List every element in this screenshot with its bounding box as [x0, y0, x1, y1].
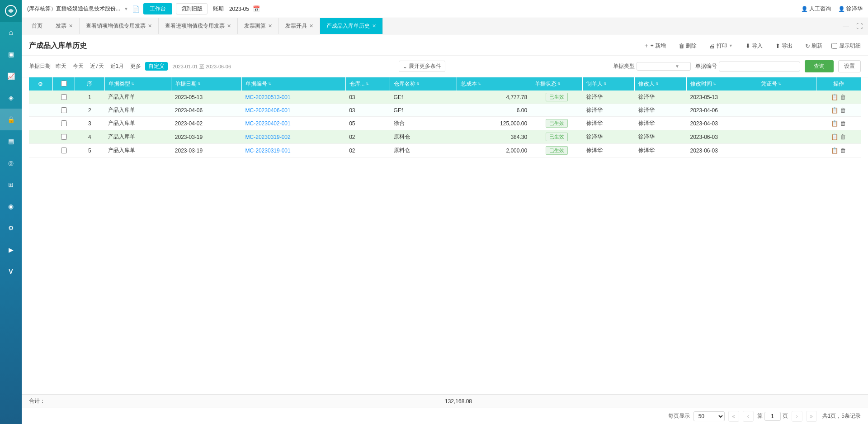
row-code-link[interactable]: MC-20230319-001 — [245, 148, 291, 154]
show-detail-toggle[interactable]: 显示明细 — [831, 42, 861, 50]
row-checkbox[interactable] — [61, 94, 67, 100]
sidebar-item-module6[interactable]: ◉ — [0, 195, 22, 217]
date-custom-tag[interactable]: 自定义 — [145, 62, 168, 71]
row-code-link[interactable]: MC-20230513-001 — [245, 94, 291, 100]
th-cost[interactable]: 总成本⇅ — [457, 77, 531, 91]
tab-sales-vat[interactable]: 查看销项增值税专用发票 ✕ — [80, 18, 159, 34]
row-code[interactable]: MC-20230513-001 — [242, 91, 346, 104]
workbench-button[interactable]: 工作台 — [143, 3, 172, 14]
page-number-input[interactable] — [764, 412, 781, 421]
tab-purchase-vat[interactable]: 查看进项增值税专用发票 ✕ — [159, 18, 238, 34]
th-modtime[interactable]: 修改时间⇅ — [686, 77, 757, 91]
table-wrap: ⚙ 序 单据类型⇅ 单据日期⇅ 单据编号⇅ 仓库...⇅ — [22, 77, 868, 394]
expand-conditions-button[interactable]: ⌄ 展开更多条件 — [399, 61, 445, 72]
date-more-btn[interactable]: 更多 — [128, 62, 143, 71]
row-delete-icon[interactable]: 🗑 — [840, 120, 846, 127]
tab-calc[interactable]: 发票测算 ✕ — [238, 18, 279, 34]
last-page-button[interactable]: » — [806, 411, 817, 422]
row-code[interactable]: MC-20230319-001 — [242, 144, 346, 157]
row-edit-icon[interactable]: 📋 — [831, 133, 838, 140]
sidebar-item-module3[interactable]: ▤ — [0, 130, 22, 152]
row-code[interactable]: MC-20230406-001 — [242, 104, 346, 117]
th-warehouse[interactable]: 仓库...⇅ — [345, 77, 390, 91]
row-code[interactable]: MC-20230402-001 — [242, 117, 346, 130]
row-checkbox[interactable] — [61, 148, 67, 153]
row-code-link[interactable]: MC-20230406-001 — [245, 107, 291, 114]
new-button[interactable]: ＋ + 新增 — [640, 40, 670, 52]
sidebar-logo[interactable] — [0, 0, 22, 22]
th-status[interactable]: 单据状态⇅ — [531, 77, 583, 91]
tab-calc-close-icon[interactable]: ✕ — [268, 23, 272, 29]
filter-settings-button[interactable]: 设置 — [838, 60, 861, 72]
tab-product-history-close-icon[interactable]: ✕ — [372, 23, 376, 29]
user-info[interactable]: 👤 徐泽华 — [838, 5, 863, 13]
tab-open[interactable]: 发票开具 ✕ — [279, 18, 320, 34]
prev-page-button[interactable]: ‹ — [743, 411, 754, 422]
sidebar-item-security[interactable]: 🔒 — [0, 109, 22, 130]
th-maker[interactable]: 制单人⇅ — [583, 77, 635, 91]
export-button[interactable]: ⬆ 导出 — [772, 40, 796, 52]
show-detail-checkbox[interactable] — [831, 43, 837, 49]
import-button[interactable]: ⬇ 导入 — [742, 40, 766, 52]
row-type: 产品入库单 — [104, 104, 171, 117]
th-code[interactable]: 单据编号⇅ — [242, 77, 346, 91]
tab-product-history[interactable]: 产成品入库单历史 ✕ — [320, 18, 383, 34]
sidebar-item-analytics[interactable]: 📈 — [0, 65, 22, 87]
th-voucher[interactable]: 凭证号⇅ — [757, 77, 816, 91]
row-delete-icon[interactable]: 🗑 — [840, 147, 846, 154]
select-all-checkbox[interactable] — [61, 81, 67, 86]
date-1month-btn[interactable]: 近1月 — [108, 62, 127, 71]
tab-invoice[interactable]: 发票 ✕ — [49, 18, 80, 34]
service-label[interactable]: 👤 人工咨询 — [801, 5, 831, 13]
tab-minimize-icon[interactable]: — — [841, 21, 851, 32]
row-code[interactable]: MC-20230319-002 — [242, 130, 346, 144]
row-edit-icon[interactable]: 📋 — [831, 147, 838, 154]
sidebar-item-v[interactable]: V — [0, 261, 22, 282]
sidebar-item-settings[interactable]: ⚙ — [0, 217, 22, 239]
type-select[interactable]: ▼ — [637, 62, 691, 71]
tab-purchase-vat-close-icon[interactable]: ✕ — [227, 23, 231, 29]
refresh-button[interactable]: ↻ 刷新 — [802, 40, 826, 52]
row-delete-icon[interactable]: 🗑 — [840, 133, 846, 140]
date-today-btn[interactable]: 今天 — [71, 62, 86, 71]
th-date[interactable]: 单据日期⇅ — [171, 77, 242, 91]
date-7days-btn[interactable]: 近7天 — [88, 62, 106, 71]
switch-old-version-button[interactable]: 切到旧版 — [176, 3, 208, 14]
date-yesterday-btn[interactable]: 昨天 — [53, 62, 69, 71]
calendar-icon[interactable]: 📅 — [253, 5, 260, 12]
row-checkbox[interactable] — [61, 134, 67, 140]
row-checkbox[interactable] — [61, 120, 67, 126]
doc-num-input[interactable] — [719, 62, 800, 71]
row-checkbox[interactable] — [61, 107, 67, 113]
sidebar-item-play[interactable]: ▶ — [0, 239, 22, 261]
tab-open-close-icon[interactable]: ✕ — [309, 23, 313, 29]
row-edit-icon[interactable]: 📋 — [831, 120, 838, 127]
row-cost: 6.00 — [457, 104, 531, 117]
sidebar-item-home[interactable]: ⌂ — [0, 22, 22, 43]
row-delete-icon[interactable]: 🗑 — [840, 94, 846, 100]
sidebar-item-module5[interactable]: ⊞ — [0, 174, 22, 195]
first-page-button[interactable]: « — [728, 411, 739, 422]
delete-button[interactable]: 🗑 删除 — [675, 40, 700, 52]
type-filter-label: 单据类型 — [613, 62, 635, 70]
row-code-link[interactable]: MC-20230402-001 — [245, 120, 291, 127]
th-modifier[interactable]: 修改人⇅ — [635, 77, 687, 91]
next-page-button[interactable]: › — [792, 411, 802, 422]
tab-sales-vat-close-icon[interactable]: ✕ — [148, 23, 152, 29]
tab-home[interactable]: 首页 — [25, 18, 49, 34]
tab-invoice-close-icon[interactable]: ✕ — [69, 23, 73, 29]
row-code-link[interactable]: MC-20230319-002 — [245, 134, 291, 140]
row-edit-icon[interactable]: 📋 — [831, 94, 838, 100]
row-edit-icon[interactable]: 📋 — [831, 107, 838, 114]
row-delete-icon[interactable]: 🗑 — [840, 107, 846, 114]
tab-maximize-icon[interactable]: ⛶ — [854, 21, 864, 32]
th-wname[interactable]: 仓库名称⇅ — [390, 77, 457, 91]
query-button[interactable]: 查询 — [805, 60, 834, 72]
sidebar-item-module1[interactable]: ▣ — [0, 43, 22, 65]
sidebar-item-module2[interactable]: ◈ — [0, 87, 22, 109]
th-type[interactable]: 单据类型⇅ — [104, 77, 171, 91]
per-page-select[interactable]: 50 100 200 — [693, 411, 725, 421]
print-button[interactable]: 🖨 打印 ▼ — [706, 40, 736, 52]
sidebar-item-module4[interactable]: ◎ — [0, 152, 22, 174]
row-status — [531, 104, 583, 117]
